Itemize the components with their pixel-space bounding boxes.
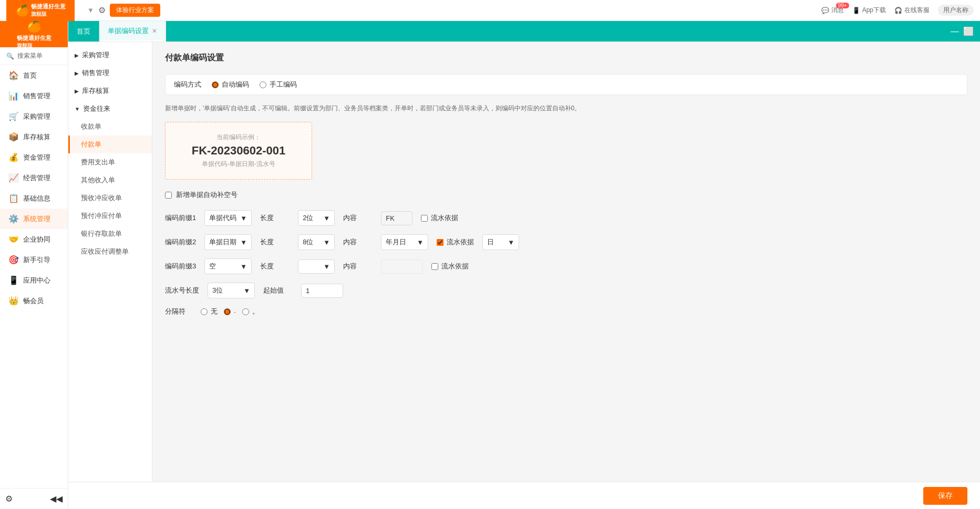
sidebar-search[interactable]: 🔍 搜索菜单 <box>0 47 68 65</box>
sidebar-item-home[interactable]: 🏠 首页 <box>0 65 68 86</box>
sub-item-pre-payable[interactable]: 预付冲应付单 <box>68 207 152 225</box>
prefix2-length-select[interactable]: 8位 ▼ <box>298 234 335 250</box>
sub-group-purchase-header[interactable]: ▶ 采购管理 <box>68 46 152 64</box>
prefix3-select[interactable]: 空 ▼ <box>204 258 252 274</box>
tab-bar-actions: — ⬜ <box>951 26 980 36</box>
system-icon: ⚙️ <box>8 214 19 224</box>
prefix1-content-input[interactable] <box>381 211 412 225</box>
sidebar-item-inventory[interactable]: 📦 库存核算 <box>0 127 68 147</box>
prefix2-stream-check[interactable]: 流水依据 <box>437 237 474 247</box>
start-value-input[interactable] <box>301 284 343 298</box>
sidebar-item-purchase[interactable]: 🛒 采购管理 <box>0 106 68 127</box>
sub-item-other-income[interactable]: 其他收入单 <box>68 171 152 189</box>
info-text: 新增单据时，'单据编码'自动生成，不可编辑。前缀设置为部门、业务员等档案类，开单… <box>165 103 967 113</box>
sidebar-item-sales[interactable]: 📊 销售管理 <box>0 86 68 106</box>
prefix2-stream-checkbox[interactable] <box>437 239 443 246</box>
sidebar-item-enterprise[interactable]: 🤝 企业协同 <box>0 229 68 250</box>
sep-dot-radio[interactable]: · <box>224 308 236 316</box>
sub-group-sales-header[interactable]: ▶ 销售管理 <box>68 64 152 82</box>
sub-item-receipt[interactable]: 收款单 <box>68 118 152 136</box>
dropdown-icon3: ▼ <box>240 238 247 246</box>
member-icon: 👑 <box>8 296 19 306</box>
online-service-btn[interactable]: 🎧 在线客服 <box>894 6 930 15</box>
operation-icon: 📈 <box>8 173 19 183</box>
dropdown-icon8: ▼ <box>323 263 330 271</box>
dropdown-icon9: ▼ <box>243 287 250 295</box>
apps-icon: 📱 <box>8 275 19 285</box>
prefix3-row: 编码前缀3 空 ▼ 长度 ▼ 内容 流水依据 <box>165 258 967 274</box>
example-label: 当前编码示例： <box>178 133 299 142</box>
auto-fill-label: 新增单据自动补空号 <box>176 190 238 200</box>
tab-home[interactable]: 首页 <box>68 21 99 41</box>
sub-item-expense[interactable]: 费用支出单 <box>68 153 152 171</box>
prefix1-stream-checkbox[interactable] <box>421 215 428 222</box>
sep-none-radio[interactable]: 无 <box>201 307 218 316</box>
serial-row: 流水号长度 3位 ▼ 起始值 <box>165 283 967 298</box>
user-avatar[interactable]: 用户名称 <box>938 5 974 16</box>
sidebar-bottom: ⚙ ◀◀ <box>0 488 68 509</box>
sep-dash-radio[interactable]: 。 <box>242 307 259 316</box>
auto-code-input[interactable] <box>212 81 219 88</box>
prefix1-length-select[interactable]: 2位 ▼ <box>298 210 335 226</box>
sep-none-input[interactable] <box>201 308 208 315</box>
serial-length-select[interactable]: 3位 ▼ <box>208 283 255 298</box>
save-button[interactable]: 保存 <box>923 487 967 505</box>
sep-dash-input[interactable] <box>242 308 249 315</box>
collapse-icon[interactable]: ◀◀ <box>50 494 63 504</box>
sidebar-item-guide[interactable]: 🎯 新手引导 <box>0 250 68 270</box>
top-header: 🍊 畅捷通好生意 旗舰版 ▼ ⚙ 体验行业方案 💬 消息 99+ 📱 App下载… <box>0 0 980 21</box>
chevron-right-icon2: ▶ <box>75 70 79 76</box>
prefix2-content-select[interactable]: 年月日 ▼ <box>381 234 428 250</box>
message-btn[interactable]: 💬 消息 99+ <box>821 6 844 15</box>
prefix3-content-label: 内容 <box>343 262 373 271</box>
sidebar-item-member[interactable]: 👑 畅会员 <box>0 290 68 311</box>
prefix3-length-select[interactable]: ▼ <box>298 259 335 274</box>
separator-row: 分隔符 无 · 。 <box>165 307 967 316</box>
sub-item-adjustment[interactable]: 应收应付调整单 <box>68 243 152 261</box>
chevron-right-icon3: ▶ <box>75 88 79 94</box>
main-content: 付款单编码设置 编码方式 自动编码 手工编码 新增单据时，'单据编码'自动生成，… <box>152 42 980 482</box>
sub-item-payment[interactable]: 付款单 <box>68 136 152 153</box>
prefix3-stream-checkbox[interactable] <box>431 263 438 270</box>
sub-group-capital: ▼ 资金往来 收款单 付款单 费用支出单 其他收入单 预收冲应收单 预付冲应付单… <box>68 100 152 261</box>
sub-item-pre-receivable[interactable]: 预收冲应收单 <box>68 189 152 207</box>
sub-group-inventory: ▶ 库存核算 <box>68 82 152 100</box>
tab-bar: 首页 单据编码设置 ✕ — ⬜ <box>68 21 980 42</box>
sub-item-bank[interactable]: 银行存取款单 <box>68 225 152 243</box>
trial-btn[interactable]: 体验行业方案 <box>110 4 160 17</box>
dropdown-icon2: ▼ <box>323 214 330 222</box>
tab-code-setting[interactable]: 单据编码设置 ✕ <box>99 21 166 41</box>
tab-minimize-icon[interactable]: — <box>951 27 959 36</box>
prefix2-stream-unit-select[interactable]: 日 ▼ <box>482 234 519 250</box>
manual-code-radio[interactable]: 手工编码 <box>260 80 297 89</box>
inventory-icon: 📦 <box>8 132 19 142</box>
prefix2-row: 编码前缀2 单据日期 ▼ 长度 8位 ▼ 内容 年月日 ▼ <box>165 234 967 250</box>
app-download-btn[interactable]: 📱 App下载 <box>852 6 886 15</box>
sidebar-item-finance[interactable]: 💰 资金管理 <box>0 147 68 168</box>
prefix3-length-label: 长度 <box>260 262 290 271</box>
separator-label: 分隔符 <box>165 307 194 316</box>
sidebar-item-system[interactable]: ⚙️ 系统管理 <box>0 209 68 229</box>
tab-maximize-icon[interactable]: ⬜ <box>963 26 974 36</box>
prefix2-content-label: 内容 <box>343 237 373 247</box>
sidebar-item-apps[interactable]: 📱 应用中心 <box>0 270 68 290</box>
auto-code-radio[interactable]: 自动编码 <box>212 80 249 89</box>
sub-group-inventory-header[interactable]: ▶ 库存核算 <box>68 82 152 100</box>
manual-code-input[interactable] <box>260 81 266 88</box>
settings-bottom-icon[interactable]: ⚙ <box>5 494 13 504</box>
sidebar-item-operation[interactable]: 📈 经营管理 <box>0 168 68 188</box>
sep-dot-input[interactable] <box>224 308 231 315</box>
example-box: 当前编码示例： FK-20230602-001 单据代码-单据日期-流水号 <box>165 122 312 180</box>
dropdown-arrow-icon[interactable]: ▼ <box>87 6 94 14</box>
auto-fill-checkbox[interactable] <box>165 192 172 199</box>
settings-icon[interactable]: ⚙ <box>98 5 106 15</box>
prefix1-select[interactable]: 单据代码 ▼ <box>204 210 252 226</box>
prefix2-select[interactable]: 单据日期 ▼ <box>204 234 252 250</box>
app-logo: 🍊 畅捷通好生意 旗舰版 <box>6 0 75 21</box>
sub-group-capital-header[interactable]: ▼ 资金往来 <box>68 100 152 118</box>
prefix1-stream-check[interactable]: 流水依据 <box>421 213 458 223</box>
prefix3-stream-check[interactable]: 流水依据 <box>431 262 469 271</box>
sidebar-item-base[interactable]: 📋 基础信息 <box>0 188 68 209</box>
tab-close-icon[interactable]: ✕ <box>152 27 157 35</box>
prefix3-content-input[interactable] <box>381 259 423 274</box>
